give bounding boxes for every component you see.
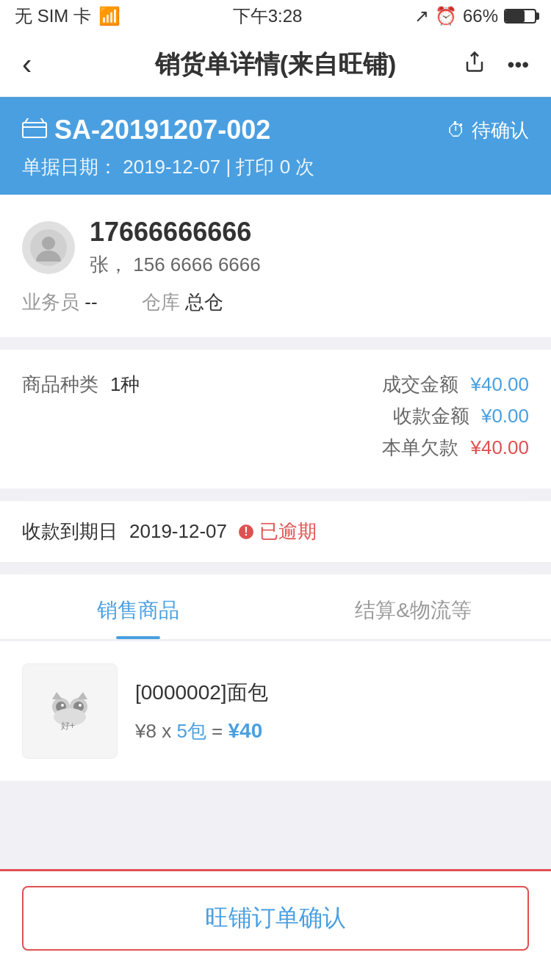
product-name: [0000002]面包 <box>135 679 529 707</box>
amount-value: ¥40.00 <box>470 373 529 396</box>
battery-percentage: 66% <box>463 6 498 26</box>
status-right: ↗ ⏰ 66% <box>414 6 536 26</box>
product-item: 好+ [0000002]面包 ¥8 x 5包 = ¥40 <box>22 663 529 759</box>
product-price: ¥8 x 5包 = ¥40 <box>135 718 529 744</box>
owed-value: ¥40.00 <box>470 436 529 459</box>
received-row: 收款金额 ¥0.00 <box>382 403 529 429</box>
product-logo: 好+ <box>40 686 99 736</box>
product-section: 好+ [0000002]面包 ¥8 x 5包 = ¥40 <box>0 641 551 781</box>
svg-point-3 <box>42 237 55 250</box>
nav-actions: ••• <box>464 51 529 78</box>
product-info: [0000002]面包 ¥8 x 5包 = ¥40 <box>135 679 529 744</box>
tabs-section: 销售商品 结算&物流等 <box>0 574 551 640</box>
duedate-label: 收款到期日 <box>22 519 118 544</box>
avatar <box>22 221 75 274</box>
salesperson-item: 业务员 -- <box>22 289 98 315</box>
svg-point-9 <box>79 704 82 707</box>
customer-row: 17666666666 张， 156 6666 6666 <box>22 217 529 278</box>
product-qty: 5包 <box>176 720 206 742</box>
owed-row: 本单欠款 ¥40.00 <box>382 435 529 461</box>
amount-row: 成交金额 ¥40.00 <box>382 372 529 397</box>
tab-settlement[interactable]: 结算&物流等 <box>276 574 551 639</box>
svg-point-8 <box>61 704 64 707</box>
page-title: 销货单详情(来自旺铺) <box>155 48 397 82</box>
back-button[interactable]: ‹ <box>22 48 46 81</box>
customer-meta: 业务员 -- 仓库 总仓 <box>22 289 529 315</box>
customer-info: 17666666666 张， 156 6666 6666 <box>90 217 261 278</box>
status-bar: 无 SIM 卡 📶 下午3:28 ↗ ⏰ 66% <box>0 0 551 32</box>
time-display: 下午3:28 <box>233 4 303 28</box>
overdue-badge: ! 已逾期 <box>239 519 317 544</box>
received-value: ¥0.00 <box>481 405 529 428</box>
warehouse-item: 仓库 总仓 <box>142 289 223 315</box>
svg-text:好+: 好+ <box>61 721 75 730</box>
order-header: SA-20191207-002 ⏱ 待确认 单据日期： 2019-12-07 |… <box>0 97 551 195</box>
more-button[interactable]: ••• <box>508 53 529 76</box>
nav-bar: ‹ 销货单详情(来自旺铺) ••• <box>0 32 551 97</box>
product-total: ¥40 <box>228 719 263 742</box>
duedate-section: 收款到期日 2019-12-07 ! 已逾期 <box>0 501 551 562</box>
wifi-icon: 📶 <box>98 6 120 26</box>
carrier-text: 无 SIM 卡 <box>15 4 91 28</box>
summary-section: 商品种类 1种 成交金额 ¥40.00 收款金额 ¥0.00 本单欠款 ¥40.… <box>0 350 551 489</box>
alarm-icon: ⏰ <box>435 6 457 26</box>
tab-products[interactable]: 销售商品 <box>0 574 276 639</box>
share-button[interactable] <box>464 51 486 78</box>
order-icon <box>22 115 47 145</box>
summary-right: 成交金额 ¥40.00 收款金额 ¥0.00 本单欠款 ¥40.00 <box>382 372 529 466</box>
bottom-bar: 旺铺订单确认 <box>0 869 551 980</box>
order-status: ⏱ 待确认 <box>447 118 529 143</box>
overdue-text: 已逾期 <box>259 519 317 544</box>
product-thumbnail: 好+ <box>22 663 118 759</box>
clock-icon: ⏱ <box>447 119 466 142</box>
order-date: 单据日期： 2019-12-07 | 打印 0 次 <box>22 154 529 180</box>
battery-fill <box>505 10 525 22</box>
overdue-dot: ! <box>239 525 253 539</box>
order-header-top: SA-20191207-002 ⏱ 待确认 <box>22 115 529 145</box>
salesperson-value: -- <box>84 291 97 313</box>
svg-rect-1 <box>23 123 46 137</box>
confirm-button[interactable]: 旺铺订单确认 <box>22 886 529 951</box>
order-number: SA-20191207-002 <box>22 115 270 145</box>
summary-row: 商品种类 1种 成交金额 ¥40.00 收款金额 ¥0.00 本单欠款 ¥40.… <box>22 372 529 466</box>
summary-left: 商品种类 1种 <box>22 372 140 397</box>
product-type-value: 1种 <box>110 372 140 397</box>
customer-phone: 17666666666 <box>90 217 261 248</box>
status-left: 无 SIM 卡 📶 <box>15 4 120 28</box>
location-icon: ↗ <box>414 6 429 26</box>
duedate-date: 2019-12-07 <box>129 520 227 543</box>
customer-sub: 张， 156 6666 6666 <box>90 252 261 278</box>
customer-section: 17666666666 张， 156 6666 6666 业务员 -- 仓库 总… <box>0 195 551 337</box>
warehouse-value: 总仓 <box>185 291 223 313</box>
battery-icon <box>504 9 536 24</box>
